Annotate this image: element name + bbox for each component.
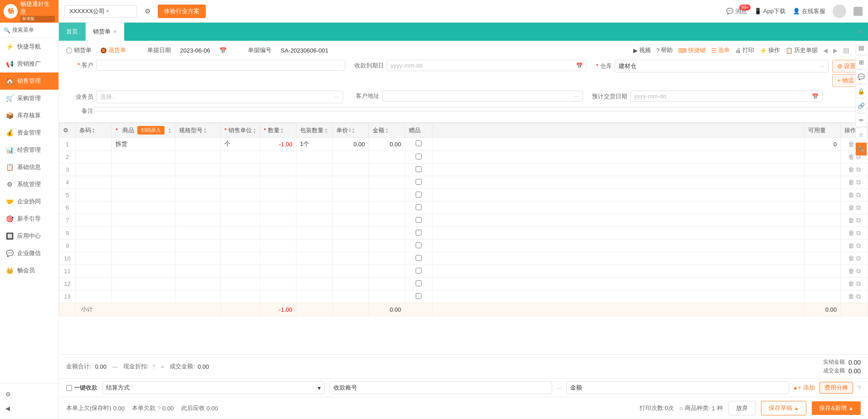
delete-row-icon[interactable]: 🗑 bbox=[848, 166, 854, 173]
delivery-date-input[interactable]: yyyy-mm-dd 📅 bbox=[630, 91, 823, 102]
amount-input[interactable]: 金额 bbox=[566, 381, 789, 394]
delete-row-icon[interactable]: 🗑 bbox=[848, 293, 854, 300]
delete-row-icon[interactable]: 🗑 bbox=[848, 191, 854, 199]
tab-home[interactable]: 首页 bbox=[59, 23, 86, 41]
tab-sales-order[interactable]: 销货单 × bbox=[86, 23, 124, 41]
warehouse-input[interactable]: 建材仓 ··· bbox=[615, 60, 829, 72]
customer-input[interactable]: ··· bbox=[96, 60, 345, 71]
copy-row-icon[interactable]: ⧉ bbox=[856, 217, 861, 224]
sidebar-item-finance[interactable]: 💰 资金管理 bbox=[0, 124, 58, 141]
copy-row-icon[interactable]: ⧉ bbox=[856, 166, 861, 173]
expense-split-button[interactable]: 费用分摊 bbox=[820, 382, 853, 394]
copy-row-icon[interactable]: ⧉ bbox=[856, 293, 861, 300]
rp-btn-8[interactable]: 🔧 bbox=[855, 142, 867, 156]
copy-row-icon[interactable]: ⧉ bbox=[856, 280, 861, 288]
company-selector[interactable]: XXXXXX公司 ▾ bbox=[64, 5, 137, 18]
rp-btn-2[interactable]: ⊞ bbox=[855, 55, 867, 69]
sidebar-item-enterprise[interactable]: 🤝 企业协同 bbox=[0, 193, 58, 210]
sidebar-item-purchase[interactable]: 🛒 采购管理 bbox=[0, 90, 58, 107]
toolbar-video[interactable]: ▶ 视频 bbox=[633, 46, 651, 54]
trial-button[interactable]: 体验行业方案 bbox=[158, 5, 206, 18]
discount-help-icon[interactable]: ? bbox=[152, 363, 155, 370]
delete-row-icon[interactable]: 🗑 bbox=[848, 255, 854, 262]
copy-row-icon[interactable]: ⧉ bbox=[856, 229, 861, 237]
radio-sales[interactable]: 销货单 bbox=[66, 46, 92, 54]
rp-btn-4[interactable]: 🔒 bbox=[855, 84, 867, 98]
scan-button[interactable]: 扫码录入 bbox=[137, 126, 165, 135]
message-btn[interactable]: 💬 消息 99+ bbox=[726, 7, 747, 15]
delete-row-icon[interactable]: 🗑 bbox=[848, 217, 854, 224]
footer-bar: 本单上欠(保存时) 0.00 本单欠款 ? 0.00 此后应收 0.00 打印次… bbox=[59, 397, 868, 419]
sidebar-item-member[interactable]: 👑 畅会员 bbox=[0, 262, 58, 279]
user-avatar[interactable] bbox=[833, 5, 846, 18]
owe-help-icon[interactable]: ? bbox=[157, 405, 160, 412]
online-service-btn[interactable]: 👤 在线客服 bbox=[793, 7, 825, 15]
sidebar-settings-btn[interactable]: ⚙ bbox=[0, 387, 58, 401]
rp-btn-3[interactable]: 💬 bbox=[855, 70, 867, 83]
rp-btn-6[interactable]: ✏ bbox=[855, 113, 867, 127]
sidebar-search[interactable]: 🔍 搜索菜单 bbox=[0, 23, 58, 38]
delete-row-icon[interactable]: 🗑 bbox=[848, 267, 854, 275]
sidebar-item-basic[interactable]: 📋 基础信息 bbox=[0, 159, 58, 176]
rp-btn-1[interactable]: ▤ bbox=[855, 41, 867, 54]
header-settings-icon[interactable]: ⚙ bbox=[141, 5, 154, 18]
nav-next-icon[interactable]: ▶ bbox=[833, 47, 838, 54]
app-download-btn[interactable]: 📱 App下载 bbox=[754, 7, 786, 15]
save-draft-button[interactable]: 保存草稿 ▲ bbox=[761, 401, 807, 415]
delete-row-icon[interactable]: 🗑 bbox=[848, 140, 854, 148]
delete-row-icon[interactable]: 🗑 bbox=[848, 229, 854, 237]
save-new-button[interactable]: 保存&新增 ▲ bbox=[812, 401, 861, 415]
radio-return[interactable]: 退货单 bbox=[101, 46, 126, 54]
date-calendar-icon[interactable]: 📅 bbox=[219, 47, 227, 54]
toolbar-print[interactable]: 🖨 打印 bbox=[735, 46, 754, 54]
toolbar-history[interactable]: 📋 历史单据 bbox=[786, 46, 818, 54]
sidebar-item-inventory[interactable]: 📦 库存核算 bbox=[0, 107, 58, 124]
delete-row-icon[interactable]: 🗑 bbox=[848, 280, 854, 288]
expense-help-icon[interactable]: ? bbox=[858, 385, 861, 391]
one-click-checkbox[interactable] bbox=[66, 385, 72, 391]
calc-method-input[interactable]: 结算方式 ▾ bbox=[102, 381, 325, 394]
sidebar-item-marketing[interactable]: 📢 营销推广 bbox=[0, 55, 58, 72]
toolbar-help[interactable]: ? 帮助 bbox=[656, 46, 673, 54]
tab-close-icon[interactable]: × bbox=[113, 29, 116, 35]
delete-row-icon[interactable]: 🗑 bbox=[848, 242, 854, 250]
toolbar-select[interactable]: ☰ 选单 bbox=[711, 46, 730, 54]
address-input[interactable]: ··· bbox=[382, 91, 583, 101]
copy-row-icon[interactable]: ⧉ bbox=[856, 255, 861, 262]
notes-input[interactable] bbox=[93, 107, 861, 111]
add-payment-button[interactable]: ● + 添加 bbox=[794, 384, 815, 392]
copy-row-icon[interactable]: ⧉ bbox=[856, 191, 861, 199]
sidebar-item-shortcut[interactable]: ⚡ 快捷导航 bbox=[0, 38, 58, 55]
copy-row-icon[interactable]: ⧉ bbox=[856, 178, 861, 186]
sidebar-item-guide[interactable]: 🎯 新手引导 bbox=[0, 210, 58, 227]
user-avatar-2[interactable] bbox=[853, 7, 863, 16]
main-close-icon[interactable]: × bbox=[858, 28, 863, 36]
payment-date-input[interactable]: yyyy-mm-dd 📅 bbox=[387, 60, 587, 71]
delete-row-icon[interactable]: 🗑 bbox=[848, 204, 854, 212]
sidebar-item-operation[interactable]: 📊 经营管理 bbox=[0, 141, 58, 159]
account-dots: ··· bbox=[557, 385, 562, 391]
help-icon: ? bbox=[656, 47, 659, 54]
discard-button[interactable]: 放弃 bbox=[728, 401, 756, 415]
salesperson-input[interactable]: 选择... ··· bbox=[96, 91, 343, 103]
nav-prev-icon[interactable]: ◀ bbox=[823, 47, 828, 54]
copy-row-icon[interactable]: ⧉ bbox=[856, 204, 861, 212]
delete-row-icon[interactable]: 🗑 bbox=[848, 153, 854, 161]
delete-row-icon[interactable]: 🗑 bbox=[848, 178, 854, 186]
sidebar-item-apps[interactable]: 🔲 应用中心 bbox=[0, 227, 58, 245]
rp-btn-5[interactable]: 🔗 bbox=[855, 99, 867, 112]
toolbar-operate[interactable]: ⚡ 操作 bbox=[760, 46, 780, 54]
basic-icon: 📋 bbox=[5, 164, 14, 171]
price-info-icon[interactable]: ℹ bbox=[349, 127, 351, 133]
sidebar-collapse-btn[interactable]: ◀ bbox=[0, 401, 58, 415]
sidebar-item-system[interactable]: ⚙ 系统管理 bbox=[0, 176, 58, 193]
sidebar-item-sales[interactable]: 🏠 销售管理 bbox=[0, 72, 58, 90]
toolbar-shortcut[interactable]: ⌨ 快捷键 bbox=[678, 46, 706, 54]
sidebar-item-wechat[interactable]: 💬 企业微信 bbox=[0, 245, 58, 262]
copy-row-icon[interactable]: ⧉ bbox=[856, 242, 861, 250]
account-input[interactable]: 收款账号 bbox=[330, 381, 553, 394]
th-settings[interactable]: ⚙ bbox=[59, 123, 76, 138]
rp-btn-7[interactable]: ☆ bbox=[855, 128, 867, 141]
copy-row-icon[interactable]: ⧉ bbox=[856, 267, 861, 275]
list-view-icon[interactable]: ▤ bbox=[843, 46, 849, 54]
